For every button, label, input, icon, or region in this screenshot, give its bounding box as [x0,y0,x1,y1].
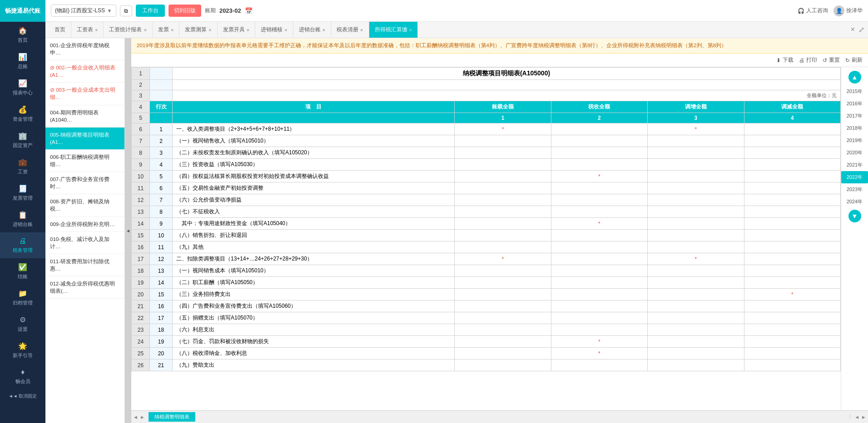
left-panel-item-002[interactable]: ⊘ 002-一般企业收入明细表(A1… [45,60,124,83]
cell-value[interactable] [455,289,551,300]
cell-value[interactable] [551,324,647,336]
cell-value[interactable] [551,241,647,253]
close-icon[interactable]: × [144,27,146,33]
sidebar-item-reports[interactable]: 📈 报表中心 [0,74,45,101]
cell-value[interactable] [744,265,840,277]
cell-value[interactable] [648,230,744,241]
close-icon[interactable]: × [284,27,287,33]
cell-row-a[interactable]: 1 [150,123,173,135]
cell-item-name[interactable]: （九）赞助支出 [173,359,455,371]
cell-value[interactable] [455,206,551,218]
cell-value[interactable] [455,171,551,182]
cell-value[interactable] [551,253,647,265]
left-panel-item-001[interactable]: 001-企业所得税年度纳税申… [45,38,124,60]
cell-value[interactable] [648,218,744,230]
cell-value[interactable] [551,147,647,159]
sidebar-item-settings[interactable]: ⚙ 设置 [0,311,45,337]
cell-value[interactable]: * [648,123,744,135]
cell-item-name[interactable]: 其中：专项用途财政性资金（填写A105040） [173,218,455,230]
cell-value[interactable] [744,312,840,324]
left-panel-item-004[interactable]: 004-期间费用明细表(A1040… [45,105,124,128]
sidebar-item-funds[interactable]: 💰 资金管理 [0,101,45,127]
close-all-icon[interactable]: × [851,25,855,34]
sidebar-item-guide[interactable]: 🌟 新手引导 [0,337,45,364]
cell-value[interactable] [551,300,647,312]
cell-value[interactable] [455,230,551,241]
cell-value[interactable] [744,277,840,289]
cell-value[interactable]: * [551,171,647,182]
cell-row-a[interactable]: 4 [150,159,173,171]
sidebar-item-home[interactable]: 🏠 首页 [0,22,45,48]
cell-value[interactable] [455,159,551,171]
cell-row-a[interactable]: 17 [150,312,173,324]
cell-value[interactable] [744,182,840,194]
cell-value[interactable] [551,194,647,206]
cell-item-name[interactable]: 二、扣除类调整项目（13+14+…24+26+27+28+29+30） [173,253,455,265]
cell-row-a[interactable]: 19 [150,336,173,348]
cell-item-name[interactable]: （二）未按权责发生制原则确认的收入（填写A105020） [173,147,455,159]
cell-value[interactable] [744,194,840,206]
cell-row-a[interactable]: 6 [150,182,173,194]
cell-value[interactable] [455,135,551,147]
cell-value[interactable] [648,147,744,159]
cell-value[interactable] [744,241,840,253]
cell-value[interactable] [744,336,840,348]
year-2020[interactable]: 2020年 [841,147,868,159]
cell-value[interactable] [455,277,551,289]
cell-item-name[interactable]: （五）交易性金融资产初始投资调整 [173,182,455,194]
cell-item-name[interactable]: （四）广告费和业务宣传费支出（填写A105060） [173,300,455,312]
year-2018[interactable]: 2018年 [841,122,868,134]
cell-value[interactable] [744,253,840,265]
tab-income-tax[interactable]: 所得税汇算缴 × [369,22,418,38]
close-icon[interactable]: × [409,27,412,33]
cell-value[interactable] [551,359,647,371]
sidebar-item-trade[interactable]: 📋 进销台账 [0,206,45,232]
left-panel-item-003[interactable]: ⊘ 003-一般企业成本支出明细… [45,83,124,105]
close-icon[interactable]: × [208,27,211,33]
sidebar-item-assets[interactable]: 🏢 固定资产 [0,127,45,153]
cell-value[interactable]: * [551,348,647,359]
cell-value[interactable] [744,135,840,147]
year-2015[interactable]: 2015年 [841,85,868,98]
tab-invoice-calc[interactable]: 发票测算 × [179,22,217,38]
cell-value[interactable] [648,265,744,277]
cell-value[interactable] [551,206,647,218]
left-panel-item-006[interactable]: 006-职工薪酬纳税调整明细… [45,150,124,172]
sidebar-item-close[interactable]: ✅ 结账 [0,258,45,285]
cell-value[interactable] [744,147,840,159]
cell-value[interactable] [551,159,647,171]
table-container[interactable]: 1 纳税调整项目明细表(A105000) 2 [131,67,841,410]
left-panel-item-012[interactable]: 012-减免企业所得税优惠明细表(… [45,276,124,299]
year-up-button[interactable]: ▲ [848,71,861,84]
cell-value[interactable] [648,159,744,171]
sidebar-item-salary[interactable]: 💼 工资 [0,153,45,180]
cell-value[interactable] [744,171,840,182]
left-panel-item-005[interactable]: 005-纳税调整项目明细表(A1… [45,128,124,150]
cell-value[interactable]: * [648,253,744,265]
cell-value[interactable] [648,182,744,194]
cell-value[interactable] [455,300,551,312]
maximize-icon[interactable]: ⤢ [858,25,864,34]
cell-empty[interactable] [173,80,841,90]
cell-row-a[interactable]: 7 [150,194,173,206]
cell-value[interactable] [551,182,647,194]
close-icon[interactable]: × [322,27,325,33]
sidebar-item-ledger[interactable]: 📊 总账 [0,48,45,74]
left-panel-item-011[interactable]: 011-研发费用加计扣除优惠… [45,254,124,276]
cell-value[interactable] [648,241,744,253]
workspace-button[interactable]: 工作台 [136,5,165,17]
year-2021[interactable]: 2021年 [841,159,868,171]
cell-value[interactable] [551,135,647,147]
old-version-button[interactable]: 切到旧版 [169,5,201,17]
year-2024[interactable]: 2024年 [841,196,868,208]
cell-row-a[interactable]: 11 [150,241,173,253]
cell-item-name[interactable]: （四）按权益法核算长期股权投资对初始投资成本调整确认收益 [173,171,455,182]
cell-value[interactable] [648,312,744,324]
cell-value[interactable] [455,336,551,348]
panel-toggle[interactable]: ◄ [125,38,131,423]
service-button[interactable]: 🎧 人工咨询 [798,7,828,15]
cell-row-a[interactable]: 15 [150,289,173,300]
year-2019[interactable]: 2019年 [841,134,868,147]
cell-item-name[interactable]: （八）销售折扣、折让和退回 [173,230,455,241]
cell-value[interactable] [744,324,840,336]
